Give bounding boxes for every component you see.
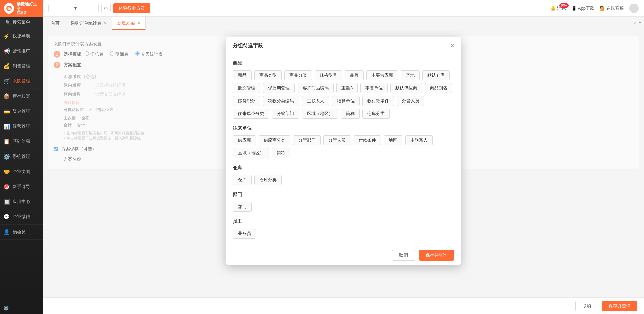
field-tag[interactable]: 批次管理 xyxy=(233,83,260,93)
field-tag[interactable]: 业务员 xyxy=(233,229,256,239)
sidebar-item-cooperation[interactable]: 🤝 企业协同 xyxy=(0,164,43,179)
field-tag[interactable]: 规格型号 xyxy=(315,70,342,80)
field-tag[interactable]: 商品分类 xyxy=(284,70,312,80)
sidebar-item-operation[interactable]: 📊 经营管理 xyxy=(0,119,43,134)
bottom-save-btn[interactable]: 保存并查询 xyxy=(602,301,637,311)
tab-purchase-stats-close[interactable]: × xyxy=(104,21,106,26)
tab-new-plan-close[interactable]: × xyxy=(138,21,140,25)
field-tag[interactable]: 分管部门 xyxy=(293,135,321,145)
tab-menu-icon[interactable]: ≡ xyxy=(639,21,641,26)
service-icon: 💁 xyxy=(600,6,605,11)
sidebar-settings-btn[interactable]: ⚙️ xyxy=(0,302,43,314)
modal-save-btn[interactable]: 保存并查询 xyxy=(419,250,454,261)
modal-cancel-btn[interactable]: 取消 xyxy=(392,250,415,261)
tab-home[interactable]: 首页 xyxy=(46,17,65,30)
field-tag[interactable]: 往来单位分类 xyxy=(233,109,269,119)
field-tag[interactable]: 结算单位 xyxy=(332,96,360,106)
field-tag[interactable]: 部门 xyxy=(233,202,252,212)
field-tag[interactable]: 商品 xyxy=(233,70,252,80)
sidebar-item-guide[interactable]: 🎯 新手引导 xyxy=(0,179,43,194)
sidebar-items: ⚡ 快捷导航 📢 营销推广 💰 销售管理 🛒 采购管理 📦 库存核算 💳 资金管… xyxy=(0,28,43,240)
sidebar-item-wechat[interactable]: 💬 企业微信 xyxy=(0,209,43,225)
user-avatar[interactable] xyxy=(629,4,639,13)
topbar-right: 🔔 消息 99+ 📱 App下载 💁 在线客服 xyxy=(550,4,639,13)
field-tag[interactable]: 主联系人 xyxy=(302,96,329,106)
sidebar-item-basic[interactable]: 📋 基础信息 xyxy=(0,134,43,149)
inventory-icon: 📦 xyxy=(3,93,10,100)
topbar-left: ▼ ⚙ 体验行业方案 xyxy=(48,3,550,13)
field-tag[interactable]: 默认供应商 xyxy=(390,83,422,93)
warehouse-section-title: 仓库 xyxy=(233,165,454,171)
field-tag[interactable]: 拣货积分 xyxy=(233,96,260,106)
field-tag[interactable]: 付款条件 xyxy=(354,135,381,145)
sidebar-item-quick-nav[interactable]: ⚡ 快捷导航 xyxy=(0,28,43,44)
sidebar-item-inventory[interactable]: 📦 库存核算 xyxy=(0,89,43,104)
field-tag[interactable]: 区域（地区） xyxy=(302,109,338,119)
field-tag[interactable]: 主要供应商 xyxy=(366,70,398,80)
notification-btn[interactable]: 🔔 消息 99+ xyxy=(550,5,566,11)
basic-icon: 📋 xyxy=(3,138,10,145)
field-tag[interactable]: 主联系人 xyxy=(405,135,433,145)
logo-text: 畅捷通好生意 标准版 xyxy=(17,2,39,15)
field-tag[interactable]: 默认仓库 xyxy=(422,70,450,80)
field-tag[interactable]: 简称 xyxy=(341,109,360,119)
chevron-down-icon: ▼ xyxy=(73,6,95,11)
sidebar-item-sales[interactable]: 💰 销售管理 xyxy=(0,59,43,74)
system-icon: ⚙️ xyxy=(3,153,10,160)
sidebar-item-marketing[interactable]: 📢 营销推广 xyxy=(0,44,43,59)
field-tag[interactable]: 简称 xyxy=(272,148,290,158)
topbar-gear-btn[interactable]: ⚙ xyxy=(101,4,111,13)
main-content: 采购订单统计表方案设置 1 选择模板 汇总表 明细表 交叉统计表 2 方案配置 … xyxy=(43,30,644,314)
bottom-cancel-btn[interactable]: 取消 xyxy=(575,301,598,311)
employee-section: 员工 业务员 xyxy=(233,218,454,239)
field-tag[interactable]: 商品别名 xyxy=(425,83,452,93)
field-tag[interactable]: 供应商 xyxy=(233,135,256,145)
field-tag[interactable]: 商品类型 xyxy=(254,70,282,80)
topbar-selector[interactable]: ▼ xyxy=(48,4,99,12)
field-tag[interactable]: 分管部门 xyxy=(272,109,299,119)
svg-text:畅: 畅 xyxy=(7,7,11,10)
modal-overlay: 分组待选字段 × 商品 商品商品类型商品分类规格型号品牌主要供应商产地默认仓库批… xyxy=(43,30,644,314)
warehouse-section: 仓库 仓库仓库分类 xyxy=(233,165,454,185)
field-tag[interactable]: 产地 xyxy=(401,70,420,80)
trial-btn[interactable]: 体验行业方案 xyxy=(113,3,150,13)
sidebar-item-appcenter[interactable]: 🔲 应用中心 xyxy=(0,194,43,209)
field-tag[interactable]: 仓库分类 xyxy=(362,109,390,119)
tab-purchase-stats[interactable]: 采购订单统计表 × xyxy=(65,17,112,30)
sidebar-item-purchase[interactable]: 🛒 采购管理 xyxy=(0,74,43,89)
field-tag[interactable]: 仓库分类 xyxy=(254,175,282,185)
tab-new-plan[interactable]: 新建方案 × xyxy=(112,17,146,30)
field-tag[interactable]: 区域（地区） xyxy=(233,148,269,158)
field-tag[interactable]: 客户商品编码 xyxy=(298,83,334,93)
appcenter-icon: 🔲 xyxy=(3,198,10,205)
sidebar-item-system[interactable]: ⚙️ 系统管理 xyxy=(0,149,43,164)
field-tag[interactable]: 分管人员 xyxy=(323,135,351,145)
field-tag[interactable]: 收付款条件 xyxy=(362,96,394,106)
field-tag[interactable]: 仓库 xyxy=(233,175,252,185)
sidebar-item-finance[interactable]: 💳 资金管理 xyxy=(0,104,43,119)
modal-body[interactable]: 商品 商品商品类型商品分类规格型号品牌主要供应商产地默认仓库批次管理保质期管理客… xyxy=(226,55,461,246)
field-tag[interactable]: 地区 xyxy=(384,135,402,145)
field-tag[interactable]: 税收分类编码 xyxy=(263,96,299,106)
field-tag[interactable]: 保质期管理 xyxy=(263,83,295,93)
operation-icon: 📊 xyxy=(3,123,10,130)
field-tag[interactable]: 零售单位 xyxy=(360,83,388,93)
sidebar-item-member[interactable]: 👤 畅会员 xyxy=(0,225,43,240)
search-icon: 🔍 xyxy=(5,20,11,25)
department-section-title: 部门 xyxy=(233,192,454,198)
modal-close-btn[interactable]: × xyxy=(450,42,454,49)
sidebar-logo[interactable]: 畅 畅捷通好生意 标准版 xyxy=(0,0,43,17)
navtabs: 首页 采购订单统计表 × 新建方案 × × ≡ xyxy=(43,17,644,30)
app-download-btn[interactable]: 📱 App下载 xyxy=(571,5,594,11)
field-tag[interactable]: 供应商分类 xyxy=(259,135,290,145)
modal-footer: 取消 保存并查询 xyxy=(226,246,461,265)
online-service-btn[interactable]: 💁 在线客服 xyxy=(600,5,624,11)
sidebar-search[interactable]: 🔍 搜索菜单 xyxy=(0,17,43,28)
field-tag[interactable]: 分管人员 xyxy=(397,96,424,106)
field-tag[interactable]: 重量3 xyxy=(336,83,358,93)
department-tags: 部门 xyxy=(233,202,454,212)
tab-close-all-icon[interactable]: × xyxy=(633,20,636,26)
finance-icon: 💳 xyxy=(3,108,10,115)
field-tag[interactable]: 品牌 xyxy=(345,70,364,80)
partner-section: 往来单位 供应商供应商分类分管部门分管人员付款条件地区主联系人区域（地区）简称 xyxy=(233,125,454,158)
